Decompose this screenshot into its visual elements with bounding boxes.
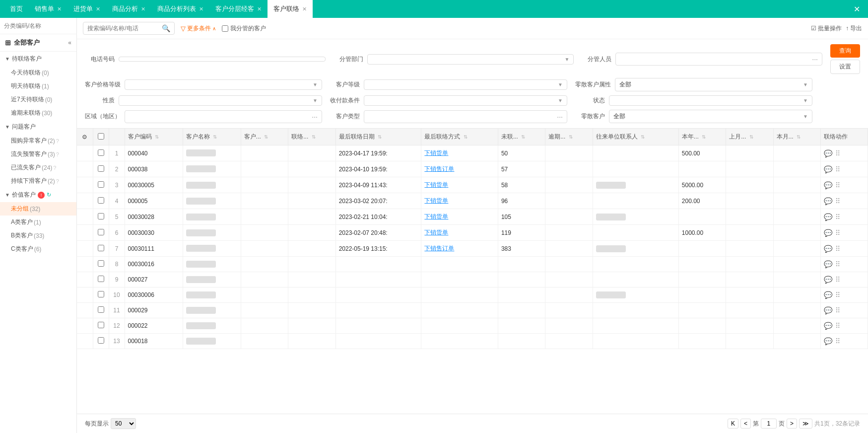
col-last-month[interactable]: 上月... ⇅ [726,129,773,145]
close-productanalysislist-icon[interactable]: ✕ [199,6,203,12]
row-checkbox-2[interactable] [98,165,104,172]
sidebar-item-overdue[interactable]: 逾期未联络 (30) [0,106,76,120]
sidebar-item-7days[interactable]: 近7天待联络 (0) [0,93,76,106]
col-not-contact[interactable]: 未联... ⇅ [498,129,545,145]
last-method-link[interactable]: 下销货单 [424,181,448,188]
action-more-icon-10[interactable]: ⠿ [835,291,840,299]
close-productanalysis-icon[interactable]: ✕ [141,6,145,12]
action-more-icon-4[interactable]: ⠿ [835,197,840,205]
cell-check-12[interactable] [93,318,109,334]
cell-check-8[interactable] [93,257,109,272]
prev-page-button[interactable]: < [740,419,751,429]
action-more-icon-9[interactable]: ⠿ [835,276,840,284]
row-checkbox-12[interactable] [98,322,104,328]
action-chat-icon-8[interactable]: 💬 [824,260,832,268]
action-more-icon-6[interactable]: ⠿ [835,229,840,237]
sidebar-all-customers[interactable]: ⊞ 全部客户 « [0,34,76,52]
filter-status-select[interactable]: ▼ [609,95,812,106]
first-page-button[interactable]: K [728,419,738,429]
col-contact-person[interactable]: 往来单位联系人 ⇅ [593,129,678,145]
row-checkbox-9[interactable] [98,276,104,282]
row-checkbox-1[interactable] [98,149,104,156]
action-more-icon-5[interactable]: ⠿ [835,213,840,221]
col-check-all[interactable] [93,129,109,145]
action-more-icon-12[interactable]: ⠿ [835,322,840,330]
refresh-value-icon[interactable]: ↻ [47,192,51,198]
col-name[interactable]: 客户名称 ⇅ [183,129,241,145]
filter-customerlevel-select[interactable]: ▼ [364,79,567,90]
tab-customer-contact[interactable]: 客户联络 ✕ [267,0,313,18]
cell-check-11[interactable] [93,303,109,318]
page-number-input[interactable] [761,419,777,429]
cell-check-9[interactable] [93,272,109,288]
action-more-icon-3[interactable]: ⠿ [835,181,840,189]
sidebar-section-value[interactable]: ▼ 价值客户 ! ↻ [0,188,76,202]
check-all-checkbox[interactable] [98,133,104,140]
next-page-button[interactable]: > [787,419,797,429]
filter-region-select[interactable]: ··· [125,110,322,123]
sidebar-item-ungroup[interactable]: 未分组 (32) [0,202,76,216]
action-more-icon-2[interactable]: ⠿ [835,165,840,173]
last-method-link[interactable]: 下销货单 [424,149,448,156]
last-method-link[interactable]: 下销货单 [424,197,448,204]
sidebar-item-today[interactable]: 今天待联络 (0) [0,66,76,79]
close-customercontact-icon[interactable]: ✕ [302,6,307,12]
col-contact[interactable]: 联络... ⇅ [288,129,335,145]
row-checkbox-6[interactable] [98,229,104,235]
cell-check-13[interactable] [93,334,109,349]
action-more-icon-11[interactable]: ⠿ [835,306,840,314]
action-chat-icon-5[interactable]: 💬 [824,213,832,221]
sidebar-section-pending[interactable]: ▼ 待联络客户 [0,52,76,66]
more-conditions-button[interactable]: ▽ 更多条件 ∧ [181,24,216,33]
my-customers-checkbox[interactable] [222,25,228,32]
sidebar-item-abnormal[interactable]: 囤购异常客户 (2) ? [0,134,76,147]
query-button[interactable]: 查询 [830,44,860,58]
batch-op-button[interactable]: ☑ 批量操作 [811,24,842,33]
last-method-link[interactable]: 下销货单 [424,213,448,220]
tab-purchaseorder[interactable]: 进货单 ✕ [67,0,106,18]
col-settings[interactable]: ⚙ [77,129,93,145]
col-level[interactable]: 客户... ⇅ [241,129,288,145]
last-method-link[interactable]: 下销售订单 [424,165,454,172]
last-method-link[interactable]: 下销售订单 [424,245,454,252]
row-checkbox-13[interactable] [98,337,104,344]
sidebar-item-typeC[interactable]: C类客户 (6) [0,242,76,256]
row-checkbox-5[interactable] [98,213,104,219]
filter-sparsecustomer-select[interactable]: 全部 ▼ [609,110,812,123]
sidebar-search-input[interactable] [4,22,77,29]
filter-sparseattr-select[interactable]: 全部 ▼ [615,78,812,91]
sidebar-item-declining[interactable]: 持续下滑客户 (2) ? [0,174,76,188]
sidebar-item-typeA[interactable]: A类客户 (1) [0,216,76,229]
sidebar-item-tomorrow[interactable]: 明天待联络 (1) [0,79,76,93]
tab-product-analysis[interactable]: 商品分析 ✕ [106,0,151,18]
cell-check-2[interactable] [93,161,109,177]
main-search-input[interactable] [87,25,162,32]
action-more-icon-1[interactable]: ⠿ [835,149,840,157]
action-chat-icon-9[interactable]: 💬 [824,276,832,284]
tab-product-analysis-list[interactable]: 商品分析列表 ✕ [151,0,209,18]
row-checkbox-7[interactable] [98,245,104,251]
row-checkbox-4[interactable] [98,197,104,204]
col-overdue[interactable]: 逾期... ⇅ [545,129,593,145]
col-this-year[interactable]: 本年... ⇅ [678,129,726,145]
action-more-icon-13[interactable]: ⠿ [835,337,840,345]
row-checkbox-10[interactable] [98,291,104,297]
sidebar-item-lost[interactable]: 已流失客户 (24) ? [0,161,76,174]
col-last-date[interactable]: 最后联络日期 ⇅ [335,129,421,145]
cell-check-10[interactable] [93,288,109,303]
last-method-link[interactable]: 下销货单 [424,229,448,236]
action-more-icon-7[interactable]: ⠿ [835,245,840,253]
col-last-method[interactable]: 最后联络方式 ⇅ [421,129,498,145]
cell-check-4[interactable] [93,193,109,209]
filter-payment-select[interactable]: ▼ [364,95,567,106]
col-code[interactable]: 客户编码 ⇅ [125,129,183,145]
filter-manager-select[interactable]: ··· [615,53,822,66]
action-chat-icon-4[interactable]: 💬 [824,197,832,205]
cell-check-7[interactable] [93,241,109,257]
sidebar-item-warning[interactable]: 流失预警客户 (3) ? [0,147,76,161]
sidebar-item-typeB[interactable]: B类客户 (33) [0,229,76,242]
row-checkbox-3[interactable] [98,181,104,188]
row-checkbox-11[interactable] [98,306,104,313]
sidebar-section-problem[interactable]: ▼ 问题客户 [0,120,76,134]
page-size-select[interactable]: 50 100 200 [111,418,136,429]
